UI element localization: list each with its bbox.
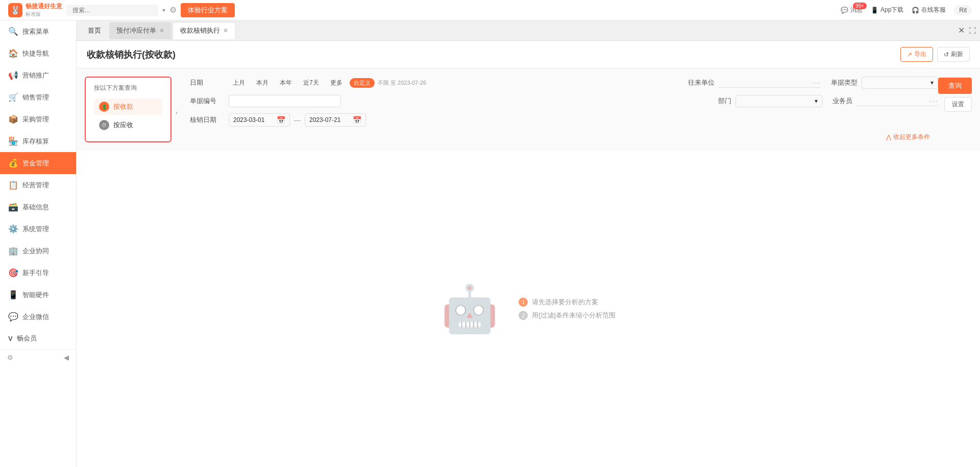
export-button[interactable]: ↗ 导出 — [900, 47, 933, 62]
sidebar-item-hardware[interactable]: 📱 智能硬件 — [0, 284, 76, 306]
refresh-icon: ↺ — [944, 51, 949, 58]
counterpart-more-icon[interactable]: ··· — [812, 79, 821, 86]
sidebar-label: 营销推广 — [22, 71, 49, 80]
query-button[interactable]: 查询 — [938, 78, 972, 94]
finance-icon: 💰 — [8, 158, 18, 168]
salesperson-filter: 业务员 ··· — [832, 96, 938, 106]
user-avatar[interactable]: Rit — [954, 5, 972, 15]
tab-prepay[interactable]: 预付冲应付单 ✕ — [109, 22, 172, 39]
date-btn-this-month[interactable]: 本月 — [252, 77, 273, 89]
basic-icon: 🗃️ — [8, 202, 18, 212]
date-btn-last-month[interactable]: 上月 — [229, 77, 249, 89]
doctype-chevron-icon: ▾ — [930, 79, 934, 86]
tip-num-1: 1 — [519, 298, 528, 307]
filter-row-3: 核销日期 2023-03-01 📅 — 2023-07-21 📅 — [190, 113, 938, 127]
doctype-filter: 单据类型 ▾ — [831, 77, 938, 89]
sidebar-label: 销售管理 — [22, 93, 49, 102]
settings-button[interactable]: 设置 — [944, 97, 972, 112]
filter-option-by-receipt[interactable]: 💲 按收款 — [94, 99, 162, 115]
calendar-end-icon[interactable]: 📅 — [353, 116, 361, 124]
sidebar-item-marketing[interactable]: 📢 营销推广 — [0, 64, 76, 86]
content-area: 首页 预付冲应付单 ✕ 收款核销执行 ✕ ✕ ⛶ 收款核销执行(按收款) ↗ 导… — [77, 20, 980, 467]
message-button[interactable]: 💬 消息 99+ — [841, 6, 863, 14]
sidebar-item-basic[interactable]: 🗃️ 基础信息 — [0, 196, 76, 218]
inventory-icon: 🏪 — [8, 136, 18, 146]
docno-input[interactable] — [229, 95, 341, 107]
verify-date-end-input[interactable]: 2023-07-21 📅 — [305, 113, 366, 127]
sidebar-item-ops[interactable]: 📋 经营管理 — [0, 174, 76, 196]
sidebar-label: 库存核算 — [22, 137, 49, 146]
dept-select[interactable]: ▾ — [736, 95, 822, 107]
industry-button[interactable]: 体验行业方案 — [181, 3, 235, 17]
marketing-icon: 📢 — [8, 70, 18, 80]
tab-collection[interactable]: 收款核销执行 ✕ — [173, 22, 236, 39]
app-download-button[interactable]: 📱 App下载 — [871, 6, 903, 14]
sidebar-item-sales[interactable]: 🛒 销售管理 — [0, 86, 76, 108]
sidebar-item-purchase[interactable]: 📦 采购管理 — [0, 108, 76, 130]
logo-icon: 🐰 — [8, 3, 22, 17]
filter-left-panel: 按以下方案查询 💲 按收款 ⏱ 按应收 — [85, 77, 172, 142]
filter-option-by-receivable[interactable]: ⏱ 按应收 — [94, 117, 162, 133]
empty-tips: 1 请先选择要分析的方案 2 用[过滤]条件来缩小分析范围 — [519, 298, 615, 320]
empty-tip-2: 2 用[过滤]条件来缩小分析范围 — [519, 311, 615, 320]
doctype-label: 单据类型 — [831, 78, 857, 87]
tab-home[interactable]: 首页 — [81, 22, 108, 39]
page-title: 收款核销执行(按收款) — [87, 48, 176, 61]
search-input[interactable] — [66, 5, 158, 16]
date-label: 日期 — [190, 78, 220, 87]
docno-label: 单据编号 — [190, 96, 220, 106]
date-btn-this-year[interactable]: 本年 — [276, 77, 296, 89]
refresh-button[interactable]: ↺ 刷新 — [937, 47, 970, 62]
sidebar-item-guide[interactable]: 🎯 新手引导 — [0, 262, 76, 284]
date-hint-text: 不限 至 2023-07-26 — [378, 79, 426, 87]
empty-robot-illustration: 🤖 — [441, 282, 498, 336]
tab-bar-expand-icon[interactable]: ⛶ — [969, 27, 976, 35]
calendar-start-icon[interactable]: 📅 — [277, 116, 285, 124]
sidebar-item-search-menu[interactable]: 🔍 搜索菜单 — [0, 20, 76, 42]
home-icon: 🏠 — [8, 48, 18, 58]
sidebar-item-inventory[interactable]: 🏪 库存核算 — [0, 130, 76, 152]
date-custom-badge[interactable]: 自定义 — [350, 78, 375, 88]
verify-date-start-input[interactable]: 2023-03-01 📅 — [229, 113, 290, 127]
sidebar-item-quick-nav[interactable]: 🏠 快捷导航 — [0, 42, 76, 64]
sidebar-item-member[interactable]: V 畅会员 — [0, 328, 76, 349]
tab-bar-close-icon[interactable]: ✕ — [958, 26, 965, 35]
sidebar-label: 搜索菜单 — [22, 27, 49, 36]
sidebar-item-corp[interactable]: 🏢 企业协同 — [0, 240, 76, 262]
sidebar-label: 企业微信 — [22, 312, 49, 322]
wechat-icon: 💬 — [8, 312, 18, 322]
collapse-row: ⋀ 收起更多条件 — [190, 133, 938, 141]
topbar-right: 💬 消息 99+ 📱 App下载 🎧 在线客服 Rit — [841, 5, 972, 15]
filter-actions: 查询 设置 — [938, 77, 972, 141]
footer-collapse-icon[interactable]: ◀ — [64, 354, 69, 361]
collapse-more-button[interactable]: ⋀ 收起更多条件 — [886, 133, 930, 141]
date-btn-7days[interactable]: 近7天 — [299, 77, 323, 89]
date-btn-more[interactable]: 更多 — [326, 77, 347, 89]
salesperson-more-icon[interactable]: ··· — [929, 97, 938, 105]
filter-area: 按以下方案查询 💲 按收款 ⏱ 按应收 › 日期 — [77, 68, 980, 151]
sidebar-item-finance[interactable]: 💰 资金管理 — [0, 152, 76, 174]
sidebar: 🔍 搜索菜单 🏠 快捷导航 📢 营销推广 🛒 销售管理 📦 采购管理 🏪 库存核… — [0, 20, 77, 467]
sidebar-label: 经营管理 — [22, 181, 49, 190]
purchase-icon: 📦 — [8, 114, 18, 124]
system-icon: ⚙️ — [8, 224, 18, 234]
filter-panel-title: 按以下方案查询 — [94, 84, 162, 92]
dropdown-chevron-icon[interactable]: ▾ — [162, 7, 165, 14]
sales-icon: 🛒 — [8, 92, 18, 102]
online-service-button[interactable]: 🎧 在线客服 — [912, 6, 946, 14]
filter-row-1: 日期 上月 本月 本年 近7天 更多 自定义 不限 至 2023-07-26 — [190, 77, 938, 89]
footer-settings-icon[interactable]: ⚙ — [7, 354, 13, 361]
doctype-select[interactable]: ▾ — [862, 77, 938, 89]
settings-icon[interactable]: ⚙ — [169, 5, 177, 15]
date-separator: — — [294, 116, 301, 124]
tab-close-prepay[interactable]: ✕ — [159, 27, 164, 34]
sidebar-item-system[interactable]: ⚙️ 系统管理 — [0, 218, 76, 240]
dept-label: 部门 — [718, 96, 731, 106]
tab-close-collection[interactable]: ✕ — [223, 27, 228, 34]
filter-right-form: 日期 上月 本月 本年 近7天 更多 自定义 不限 至 2023-07-26 — [182, 72, 980, 146]
sidebar-item-wechat[interactable]: 💬 企业微信 — [0, 306, 76, 328]
collapse-left-button[interactable]: › — [172, 79, 182, 146]
sidebar-label: 新手引导 — [22, 268, 49, 278]
service-icon: 🎧 — [912, 7, 919, 14]
search-icon: 🔍 — [8, 27, 18, 36]
